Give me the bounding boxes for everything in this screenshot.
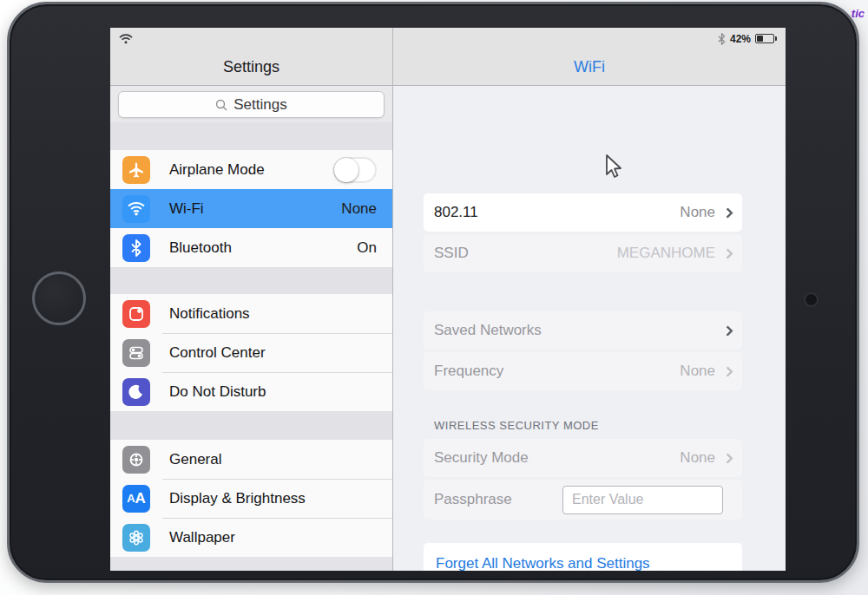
sidebar-item-display-brightness[interactable]: AA Display & Brightness (110, 479, 392, 518)
sidebar-item-label: Control Center (169, 344, 377, 362)
row-frequency: Frequency None (424, 352, 742, 390)
sidebar-item-label: Do Not Disturb (169, 383, 377, 401)
wifi-icon (122, 195, 150, 223)
bluetooth-status-icon (718, 33, 726, 45)
sidebar-item-do-not-disturb[interactable]: Do Not Disturb (110, 372, 392, 411)
row-value: None (680, 449, 715, 467)
sidebar-item-label: General (169, 451, 377, 468)
mouse-cursor (603, 154, 622, 180)
page-title: WiFi (574, 58, 605, 76)
sidebar-item-wallpaper[interactable]: Wallpaper (110, 518, 392, 557)
forget-all-networks-button[interactable]: Forget All Networks and Settings (424, 543, 742, 571)
wifi-pane: 42% WiFi 802.11 None SSID (393, 28, 786, 571)
row-label: Passphrase (434, 491, 562, 508)
sidebar-item-label: Bluetooth (169, 239, 357, 257)
tablet-frame: Settings Settings Airplane Mode (7, 2, 859, 583)
wifi-status-icon (119, 34, 133, 44)
row-label: 802.11 (434, 204, 680, 221)
sidebar-item-bluetooth[interactable]: Bluetooth On (110, 228, 392, 267)
row-label: Frequency (434, 363, 680, 380)
flower-icon (122, 524, 150, 552)
sidebar-item-wifi[interactable]: Wi-Fi None (110, 189, 392, 228)
watermark-text: tic (852, 7, 865, 20)
search-zone: Settings (110, 86, 392, 122)
settings-sidebar: Settings Settings Airplane Mode (110, 28, 393, 571)
chevron-right-icon (722, 366, 733, 377)
sidebar-item-label: Wallpaper (169, 529, 377, 546)
row-security-mode: Security Mode None (424, 439, 742, 477)
group-gap (110, 267, 392, 294)
passphrase-input[interactable] (562, 486, 723, 514)
sidebar-item-label: Notifications (169, 305, 377, 323)
gear-icon (122, 446, 150, 474)
display-icon: AA (122, 485, 150, 513)
row-80211[interactable]: 802.11 None (424, 193, 742, 232)
search-icon (215, 99, 227, 111)
sidebar-item-label: Airplane Mode (169, 161, 333, 179)
chevron-right-icon (722, 453, 733, 464)
chevron-right-icon (722, 325, 733, 337)
airplane-mode-toggle[interactable] (333, 157, 377, 183)
status-bar-left (110, 28, 392, 49)
group-gap (110, 122, 392, 150)
notifications-icon (122, 300, 150, 328)
status-bar-right: 42% (393, 28, 786, 49)
toggle-knob (334, 158, 358, 182)
row-passphrase: Passphrase (424, 480, 742, 520)
bluetooth-icon (122, 234, 150, 262)
sidebar-item-label: Display & Brightness (169, 490, 377, 507)
battery-percent: 42% (730, 33, 751, 45)
group-gap (110, 411, 392, 440)
row-label: SSID (434, 245, 617, 262)
search-input[interactable]: Settings (118, 91, 385, 118)
wifi-value: None (341, 200, 377, 218)
sidebar-item-general[interactable]: General (110, 440, 392, 479)
chevron-right-icon (722, 207, 733, 219)
wifi-settings-content: 802.11 None SSID MEGANHOME Saved Network… (393, 86, 786, 571)
bluetooth-value: On (357, 239, 377, 257)
sidebar-title: Settings (223, 58, 279, 76)
sidebar-item-notifications[interactable]: Notifications (110, 294, 392, 333)
sidebar-item-control-center[interactable]: Control Center (110, 333, 392, 372)
camera-icon (806, 294, 817, 305)
row-value: None (680, 204, 715, 221)
airplane-icon (122, 156, 150, 184)
row-value: MEGANHOME (617, 245, 715, 262)
sidebar-item-airplane-mode[interactable]: Airplane Mode (110, 150, 392, 189)
sidebar-header: Settings (110, 49, 392, 86)
home-button[interactable] (32, 271, 86, 325)
search-text: Settings (233, 96, 286, 114)
row-saved-networks[interactable]: Saved Networks (424, 311, 742, 350)
row-label: Security Mode (434, 449, 680, 467)
section-header: WIRELESS SECURITY MODE (434, 419, 742, 432)
screen: Settings Settings Airplane Mode (110, 28, 786, 571)
control-center-icon (122, 339, 150, 367)
battery-icon (755, 34, 777, 43)
chevron-right-icon (722, 248, 733, 259)
sidebar-item-label: Wi-Fi (169, 200, 341, 218)
row-ssid: SSID MEGANHOME (424, 234, 742, 272)
forget-link-label: Forget All Networks and Settings (436, 555, 650, 571)
main-header: WiFi (393, 49, 786, 86)
row-label: Saved Networks (434, 322, 724, 339)
moon-icon (122, 378, 150, 406)
row-value: None (680, 363, 715, 380)
